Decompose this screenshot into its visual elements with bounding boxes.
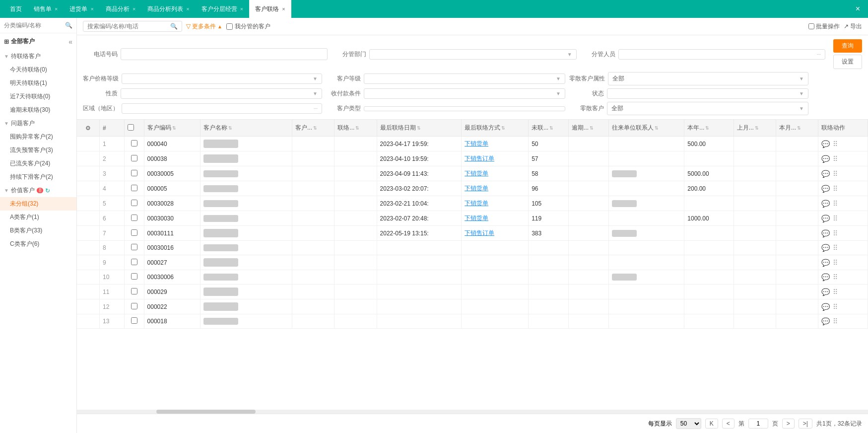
call-icon[interactable]: 💬 (821, 215, 830, 222)
col-overdue[interactable]: 逾期...⇅ (569, 120, 609, 137)
more-conditions-btn[interactable]: ▽ 更多条件 ▲ (186, 22, 222, 31)
my-customer-check[interactable] (226, 23, 233, 30)
next-page-btn[interactable]: > (782, 419, 795, 429)
nav-product-analysis[interactable]: 商品分析 × (100, 0, 141, 18)
call-icon[interactable]: 💬 (821, 155, 830, 163)
last-contact-way-link[interactable]: 下销货单 (465, 170, 488, 177)
price-level-select[interactable]: ▼ (122, 73, 322, 84)
last-contact-way-link[interactable]: 下销货单 (465, 200, 488, 207)
call-icon[interactable]: 💬 (821, 244, 830, 252)
status-select[interactable]: ▼ (607, 88, 808, 99)
sidebar-item-declining[interactable]: 持续下滑客户(2) (0, 170, 76, 184)
select-all-checkbox[interactable] (128, 124, 134, 131)
more-actions-icon[interactable]: ⠿ (833, 244, 838, 252)
search-box[interactable]: 🔍 (83, 21, 182, 32)
dept-select[interactable]: ▼ (369, 49, 576, 60)
more-actions-icon[interactable]: ⠿ (833, 170, 838, 178)
sidebar-item-class-b[interactable]: B类客户(33) (0, 224, 76, 237)
scrollbar-thumb[interactable] (156, 410, 256, 414)
nature-select[interactable]: ▼ (121, 88, 322, 99)
close-customer-contact-tab[interactable]: × (282, 6, 285, 12)
refresh-icon[interactable]: ↻ (45, 187, 50, 194)
row-checkbox[interactable] (131, 317, 137, 324)
search-input[interactable] (87, 23, 170, 30)
more-actions-icon[interactable]: ⠿ (833, 303, 838, 311)
first-page-btn[interactable]: K (705, 419, 718, 429)
sidebar-item-tomorrow-pending[interactable]: 明天待联络(1) (0, 76, 76, 90)
col-code[interactable]: 客户编码⇅ (144, 120, 200, 137)
last-page-btn[interactable]: >| (799, 419, 812, 429)
col-settings[interactable]: ⚙ (77, 120, 99, 137)
col-lastdate[interactable]: 最后联络日期⇅ (377, 120, 462, 137)
call-icon[interactable]: 💬 (821, 317, 830, 325)
more-actions-icon[interactable]: ⠿ (833, 273, 838, 281)
close-product-tab[interactable]: × (133, 6, 135, 12)
call-icon[interactable]: 💬 (821, 229, 830, 237)
customer-type-select[interactable] (364, 106, 565, 111)
nav-sales[interactable]: 销售单 × (28, 0, 64, 18)
call-icon[interactable]: 💬 (821, 170, 830, 178)
row-checkbox[interactable] (131, 170, 137, 176)
nav-purchase[interactable]: 进货单 × (64, 0, 99, 18)
per-page-select[interactable]: 50 100 (676, 418, 701, 429)
col-name[interactable]: 客户名称⇅ (200, 120, 292, 137)
sidebar-item-class-a[interactable]: A类客户(1) (0, 211, 76, 224)
call-icon[interactable]: 💬 (821, 288, 830, 296)
close-sales-tab[interactable]: × (55, 6, 58, 12)
nav-home[interactable]: 首页 (4, 0, 28, 18)
page-number-input[interactable] (748, 419, 768, 429)
window-close-button[interactable]: × (852, 4, 864, 13)
close-purchase-tab[interactable]: × (90, 6, 93, 12)
col-thismonth[interactable]: 本月...⇅ (776, 120, 818, 137)
call-icon[interactable]: 💬 (821, 185, 830, 193)
close-product-list-tab[interactable]: × (186, 6, 189, 12)
row-checkbox[interactable] (131, 288, 137, 294)
sidebar-item-unassigned[interactable]: 未分组(32) (0, 197, 76, 211)
sidebar-item-7day-pending[interactable]: 近7天待联络(0) (0, 90, 76, 103)
row-checkbox[interactable] (131, 185, 137, 191)
sidebar-item-abnormal[interactable]: 囤购异常客户(2) (0, 130, 76, 144)
close-customer-layer-tab[interactable]: × (240, 6, 243, 12)
problem-customer-section[interactable]: ▼ 问题客户 (0, 117, 76, 130)
nav-customer-contact[interactable]: 客户联络 × (249, 0, 291, 18)
horizontal-scrollbar[interactable] (77, 410, 868, 414)
last-contact-way-link[interactable]: 下销售订单 (465, 155, 494, 162)
row-checkbox[interactable] (131, 303, 137, 309)
col-contact[interactable]: 联络...⇅ (334, 120, 377, 137)
sidebar-item-overdue-pending[interactable]: 逾期未联络(30) (0, 103, 76, 117)
my-customer-checkbox[interactable]: 我分管的客户 (226, 22, 270, 31)
category-search-input[interactable] (4, 22, 63, 29)
all-customers-title[interactable]: ⊞ 全部客户 « (0, 33, 76, 50)
more-actions-icon[interactable]: ⠿ (833, 185, 838, 193)
last-contact-way-link[interactable]: 下销货单 (465, 140, 488, 147)
scatter-customer-select[interactable]: 全部 ▼ (607, 102, 808, 115)
sidebar-item-churn-warning[interactable]: 流失预警客户(3) (0, 144, 76, 157)
col-nocontact[interactable]: 未联...⇅ (529, 120, 569, 137)
col-type[interactable]: 客户...⇅ (292, 120, 334, 137)
more-actions-icon[interactable]: ⠿ (833, 229, 838, 237)
person-select[interactable]: ··· (618, 49, 825, 60)
payment-select[interactable]: ▼ (364, 88, 565, 99)
pending-contact-section[interactable]: ▼ 待联络客户 (0, 50, 76, 63)
row-checkbox[interactable] (131, 155, 137, 161)
value-customer-section[interactable]: ▼ 价值客户 8 ↻ (0, 184, 76, 197)
sidebar-item-class-c[interactable]: C类客户(6) (0, 237, 76, 251)
customer-level-select[interactable]: ▼ (364, 73, 565, 84)
sidebar-item-churned[interactable]: 已流失客户(24) (0, 157, 76, 170)
scatter-attr-select[interactable]: 全部 ▼ (608, 72, 808, 85)
prev-page-btn[interactable]: < (722, 419, 734, 429)
col-lastmonth[interactable]: 上月...⇅ (734, 120, 776, 137)
col-lastway[interactable]: 最后联络方式⇅ (462, 120, 529, 137)
nav-customer-layer[interactable]: 客户分层经营 × (196, 0, 249, 18)
more-actions-icon[interactable]: ⠿ (833, 155, 838, 163)
row-checkbox[interactable] (131, 140, 137, 146)
call-icon[interactable]: 💬 (821, 303, 830, 311)
row-checkbox[interactable] (131, 273, 137, 280)
row-checkbox[interactable] (131, 259, 137, 265)
call-icon[interactable]: 💬 (821, 140, 830, 148)
nav-product-list[interactable]: 商品分析列表 × (141, 0, 195, 18)
more-actions-icon[interactable]: ⠿ (833, 215, 838, 222)
row-checkbox[interactable] (131, 229, 137, 236)
call-icon[interactable]: 💬 (821, 200, 830, 208)
more-actions-icon[interactable]: ⠿ (833, 317, 838, 325)
